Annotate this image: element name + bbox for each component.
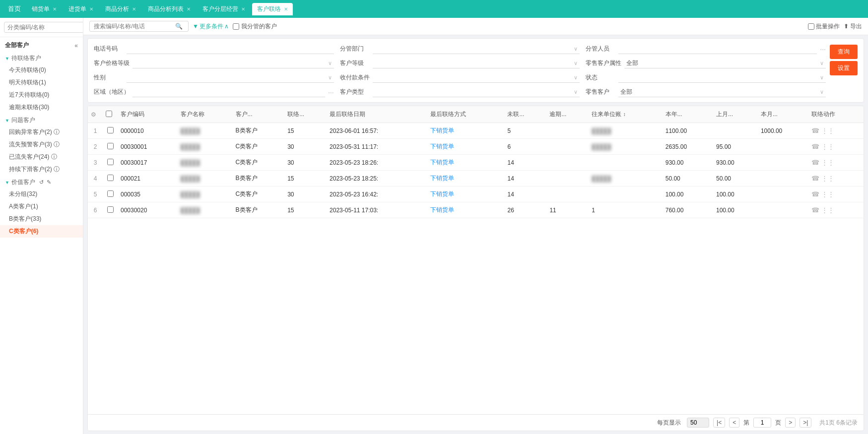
th-overdue: 逾期...	[546, 106, 589, 123]
row-checkbox[interactable]	[107, 127, 114, 133]
payment-select[interactable]	[373, 72, 580, 83]
close-icon[interactable]: ✕	[132, 6, 136, 12]
sidebar-item-lost[interactable]: 已流失客户(24) ⓘ	[0, 151, 83, 163]
my-customers-checkbox[interactable]	[233, 23, 239, 30]
refresh-icon[interactable]: ↺	[39, 179, 44, 186]
nav-tab-2[interactable]: 商品分析 ✕	[100, 3, 141, 15]
batch-op-checkbox[interactable]	[808, 23, 814, 30]
last-page-btn[interactable]: >|	[800, 418, 811, 428]
more-action-icon[interactable]: ⋮⋮	[821, 206, 834, 214]
prev-page-btn[interactable]: <	[729, 418, 739, 428]
more-action-icon[interactable]: ⋮⋮	[821, 175, 834, 182]
value-grade-select[interactable]	[133, 58, 334, 68]
cell-this-year: 2635.00	[663, 139, 713, 155]
close-icon[interactable]: ✕	[284, 6, 288, 12]
select-all-checkbox[interactable]	[106, 111, 112, 117]
row-checkbox[interactable]	[107, 175, 114, 181]
region-dots[interactable]: ···	[328, 88, 334, 96]
more-action-icon[interactable]: ⋮⋮	[821, 127, 834, 134]
sidebar-item-class-b[interactable]: B类客户(33)	[0, 213, 83, 225]
contact-icon[interactable]: ☎	[811, 190, 819, 198]
close-icon[interactable]: ✕	[89, 6, 93, 12]
phone-input[interactable]	[127, 44, 334, 54]
contact-icon[interactable]: ☎	[811, 143, 819, 150]
sidebar-item-today[interactable]: 今天待联络(0)	[0, 64, 83, 76]
contact-icon[interactable]: ☎	[811, 206, 819, 214]
sidebar-item-tomorrow[interactable]: 明天待联络(1)	[0, 76, 83, 89]
per-page-select[interactable]: 50 20 100	[687, 418, 709, 428]
dept-select[interactable]	[373, 44, 580, 54]
collapse-icon[interactable]: «	[74, 42, 78, 49]
sidebar-group-problem[interactable]: 问题客户	[0, 114, 83, 126]
contact-icon[interactable]: ☎	[811, 175, 819, 182]
more-action-icon[interactable]: ⋮⋮	[821, 143, 834, 150]
first-page-btn[interactable]: |<	[713, 418, 725, 428]
cell-not-contact: 14	[504, 171, 546, 186]
settings-button[interactable]: 设置	[830, 61, 858, 75]
retail-select[interactable]: 全部	[618, 87, 826, 97]
cell-transaction: █████	[589, 139, 662, 155]
close-icon[interactable]: ✕	[241, 6, 245, 12]
last-method-link[interactable]: 下销货单	[430, 190, 454, 197]
sidebar-search-input[interactable]	[4, 22, 83, 33]
export-btn[interactable]: ⬆ 导出	[844, 22, 862, 31]
cell-name: █████	[178, 186, 233, 202]
nav-tab-1[interactable]: 进货单 ✕	[64, 3, 98, 15]
cell-checkbox	[103, 186, 118, 202]
query-button[interactable]: 查询	[830, 45, 858, 59]
content-area: 🔍 ▼ 更多条件 ∧ 我分管的客户 批量操作 ⬆ 导出	[83, 18, 868, 434]
customer-grade-select[interactable]	[373, 58, 580, 68]
table-scroll[interactable]: ⚙ 客户编码 客户名称 客户... 联络... 最后联络日期 最后联络方式 未联	[88, 106, 864, 414]
sidebar-item-class-a[interactable]: A类客户(1)	[0, 200, 83, 213]
more-action-icon[interactable]: ⋮⋮	[821, 190, 834, 198]
sidebar-item-declining[interactable]: 持续下滑客户(2) ⓘ	[0, 163, 83, 176]
sidebar-item-class-c[interactable]: C类客户(6)	[0, 225, 83, 238]
customer-type-select[interactable]	[373, 87, 580, 97]
sidebar-item-warning[interactable]: 流失预警客户(3) ⓘ	[0, 138, 83, 151]
row-checkbox[interactable]	[107, 190, 114, 197]
main-layout: 🔍 全部客户 « 待联络客户 今天待联络(0) 明天待联络(1) 近7天待联络(…	[0, 18, 868, 434]
edit-icon[interactable]: ✎	[47, 179, 51, 186]
nav-tab-0[interactable]: 销货单 ✕	[27, 3, 62, 15]
nav-tab-5[interactable]: 客户联络 ✕	[252, 3, 293, 15]
region-input[interactable]	[133, 87, 325, 97]
last-method-link[interactable]: 下销货单	[430, 127, 454, 134]
nav-tab-4[interactable]: 客户分层经营 ✕	[198, 3, 250, 15]
nav-tab-3[interactable]: 商品分析列表 ✕	[143, 3, 196, 15]
manager-dots[interactable]: ···	[820, 45, 826, 53]
sidebar-item-overdue[interactable]: 逾期未联络(30)	[0, 101, 83, 114]
page-input[interactable]	[753, 418, 771, 428]
search-icon[interactable]: 🔍	[175, 23, 183, 30]
row-checkbox[interactable]	[107, 159, 114, 165]
batch-op-checkbox-label[interactable]: 批量操作	[808, 22, 840, 31]
manager-input[interactable]	[618, 44, 817, 54]
sidebar-group-pending[interactable]: 待联络客户	[0, 52, 83, 64]
last-method-link[interactable]: 下销货单	[430, 143, 454, 150]
contact-icon[interactable]: ☎	[811, 127, 819, 134]
more-action-icon[interactable]: ⋮⋮	[821, 159, 834, 166]
cell-last-method: 下销货单	[427, 139, 504, 155]
last-method-link[interactable]: 下销货单	[430, 206, 454, 213]
retail-attr-select[interactable]: 全部	[624, 58, 826, 68]
status-select[interactable]	[618, 72, 826, 83]
contact-icon[interactable]: ☎	[811, 159, 819, 166]
close-icon[interactable]: ✕	[53, 6, 57, 12]
sidebar-item-7days[interactable]: 近7天待联络(0)	[0, 89, 83, 101]
sidebar-item-abnormal[interactable]: 回购异常客户(2) ⓘ	[0, 126, 83, 138]
sidebar-item-ungroup[interactable]: 未分组(32)	[0, 188, 83, 200]
more-conditions-btn[interactable]: ▼ 更多条件 ∧	[193, 22, 229, 31]
gender-select[interactable]	[127, 72, 334, 83]
row-checkbox[interactable]	[107, 143, 114, 149]
gear-icon[interactable]: ⚙	[91, 111, 96, 118]
cell-contact: 30	[284, 139, 327, 155]
search-input[interactable]	[94, 23, 173, 30]
sidebar-group-value[interactable]: 价值客户 ↺ ✎	[0, 176, 83, 188]
close-icon[interactable]: ✕	[187, 6, 191, 12]
cell-contact: 15	[284, 171, 327, 186]
nav-home[interactable]: 首页	[4, 2, 25, 15]
next-page-btn[interactable]: >	[785, 418, 796, 428]
my-customers-checkbox-label[interactable]: 我分管的客户	[233, 22, 277, 31]
last-method-link[interactable]: 下销货单	[430, 175, 454, 182]
last-method-link[interactable]: 下销货单	[430, 159, 454, 166]
row-checkbox[interactable]	[107, 206, 114, 213]
